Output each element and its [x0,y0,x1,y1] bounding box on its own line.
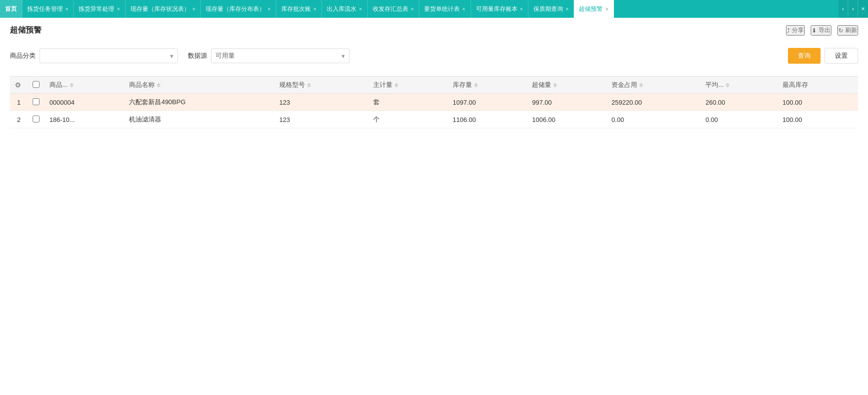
select-all-checkbox[interactable] [33,81,40,88]
datasource-arrow-icon: ▾ [342,52,345,60]
sort-unit-icon[interactable] [394,83,398,87]
filter-row: 商品分类 ▾ 数据源 可用量 ▾ 查询 设置 [10,43,858,69]
th-overstock: 超储量 [527,77,607,94]
row-checkbox-0[interactable] [33,98,40,105]
nav-item-receive-summary[interactable]: 收发存汇总表 × [368,0,419,18]
datasource-label: 数据源 [188,51,207,60]
sort-overstock-icon[interactable] [553,83,557,87]
category-arrow-icon: ▾ [170,52,174,60]
export-icon: ⬇ [812,27,817,34]
nav-close-inventory-dist[interactable]: × [267,6,270,12]
page-container: 超储预警 ⤴ 分享 ⬇ 导出 ↻ 刷新 商品分类 ▾ 数据源 [0,18,868,395]
th-spec: 规格型号 [274,77,368,94]
cell-overstock-0: 997.00 [527,94,607,111]
nav-item-expiry-query[interactable]: 保质期查询 × [528,0,574,18]
header-actions: ⤴ 分享 ⬇ 导出 ↻ 刷新 [786,25,858,36]
cell-unit-0: 套 [368,94,448,111]
cell-overstock-1: 1006.00 [527,111,607,128]
category-filter-group: 商品分类 ▾ [10,48,178,63]
table-row: 1 0000004 六配套新昌490BPG 123 套 1097.00 997.… [10,94,858,111]
nav-close-overstock-warning[interactable]: × [605,6,608,12]
row-checkbox-cell-1 [28,111,44,128]
datasource-filter-group: 数据源 可用量 ▾ [188,48,349,63]
refresh-button[interactable]: ↻ 刷新 [837,25,858,36]
share-button[interactable]: ⤴ 分享 [786,25,805,36]
sort-stock-icon[interactable] [474,83,478,87]
nav-item-home[interactable]: 首页 [0,0,22,18]
cell-capital-1: 0.00 [607,111,700,128]
cell-product-code-0: 0000004 [44,94,124,111]
th-avg: 平均... [700,77,778,94]
th-max-stock: 最高库存 [778,77,858,94]
page-title: 超储预警 [10,25,42,36]
row-checkbox-cell-0 [28,94,44,111]
cell-unit-1: 个 [368,111,448,128]
cell-spec-0: 123 [274,94,368,111]
sort-avg-icon[interactable] [726,83,730,87]
nav-item-overstock-warning[interactable]: 超储预警 × [574,0,613,18]
nav-arrow-left[interactable]: ‹ [838,0,848,18]
nav-close-pick-task[interactable]: × [65,6,68,12]
settings-button[interactable]: 设置 [825,48,858,64]
nav-close-order-stats[interactable]: × [462,6,465,12]
nav-item-pick-task[interactable]: 拣货任务管理 × [22,0,74,18]
row-checkbox-1[interactable] [33,116,40,122]
datasource-select[interactable]: 可用量 ▾ [211,48,349,63]
th-settings: ⚙ [10,77,28,94]
cell-product-name-0: 六配套新昌490BPG [124,94,274,111]
nav-close-all[interactable]: × [858,0,868,18]
cell-product-code-1: 186-10... [44,111,124,128]
nav-close-batch-ledger[interactable]: × [313,6,316,12]
sort-spec-icon[interactable] [307,83,311,87]
table-body: 1 0000004 六配套新昌490BPG 123 套 1097.00 997.… [10,94,858,128]
settings-gear-icon[interactable]: ⚙ [15,81,21,89]
cell-spec-1: 123 [274,111,368,128]
th-unit: 主计量 [368,77,448,94]
cell-stock-0: 1097.00 [448,94,527,111]
nav-item-available-ledger[interactable]: 可用量库存账本 × [471,0,528,18]
cell-avg-1: 0.00 [700,111,778,128]
row-num-0: 1 [10,94,28,111]
nav-close-available-ledger[interactable]: × [520,6,523,12]
share-icon: ⤴ [787,27,790,34]
cell-product-name-1: 机油滤清器 [124,111,274,128]
table-header-row: ⚙ 商品... 商品名称 [10,77,858,94]
cell-stock-1: 1106.00 [448,111,527,128]
nav-close-expiry-query[interactable]: × [565,6,568,12]
query-button[interactable]: 查询 [788,48,821,64]
th-checkbox [28,77,44,94]
cell-max-stock-0: 100.00 [778,94,858,111]
category-label: 商品分类 [10,51,36,60]
th-product-name: 商品名称 [124,77,274,94]
top-nav: 首页 拣货任务管理 × 拣货异常处理 × 现存量（库存状况表） × 现存量（库存… [0,0,868,18]
nav-close-inventory-status[interactable]: × [192,6,195,12]
sort-capital-icon[interactable] [639,83,643,87]
nav-item-inout-flow[interactable]: 出入库流水 × [322,0,367,18]
nav-close-pick-exception[interactable]: × [117,6,120,12]
cell-max-stock-1: 100.00 [778,111,858,128]
table-row: 2 186-10... 机油滤清器 123 个 1106.00 1006.00 … [10,111,858,128]
nav-item-order-stats[interactable]: 要货单统计表 × [419,0,471,18]
sort-product-name-icon[interactable] [157,83,161,87]
th-capital: 资金占用 [607,77,700,94]
nav-arrow-right[interactable]: › [848,0,858,18]
page-header: 超储预警 ⤴ 分享 ⬇ 导出 ↻ 刷新 [10,25,858,36]
export-button[interactable]: ⬇ 导出 [811,25,831,36]
th-product-code: 商品... [44,77,124,94]
cell-capital-0: 259220.00 [607,94,700,111]
refresh-icon: ↻ [838,27,843,34]
nav-close-receive-summary[interactable]: × [411,6,414,12]
nav-arrows: ‹ › × [838,0,868,18]
th-stock: 库存量 [448,77,527,94]
cell-avg-0: 260.00 [700,94,778,111]
nav-close-inout-flow[interactable]: × [359,6,362,12]
category-select[interactable]: ▾ [40,48,178,63]
nav-item-inventory-status[interactable]: 现存量（库存状况表） × [126,0,201,18]
data-table: ⚙ 商品... 商品名称 [10,76,858,128]
nav-item-pick-exception[interactable]: 拣货异常处理 × [74,0,125,18]
nav-item-inventory-dist[interactable]: 现存量（库存分布表） × [201,0,276,18]
datasource-value: 可用量 [216,51,235,60]
nav-item-batch-ledger[interactable]: 库存批次账 × [276,0,322,18]
sort-product-code-icon[interactable] [70,83,74,87]
filter-buttons: 查询 设置 [788,48,858,64]
